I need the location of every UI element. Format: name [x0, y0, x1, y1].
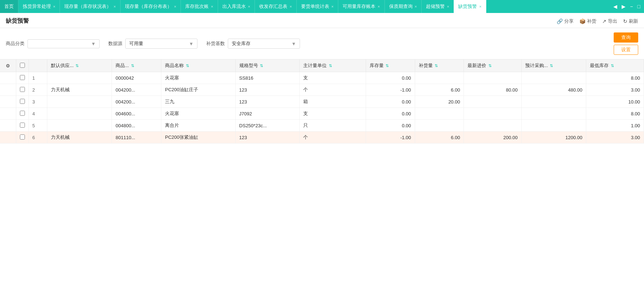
- tab-picking[interactable]: 拣货异常处理 ×: [18, 0, 60, 13]
- row-checkbox-6[interactable]: [20, 134, 25, 140]
- cell-min-stock: 8.00: [586, 108, 644, 120]
- tab-close-available[interactable]: ×: [378, 4, 380, 9]
- cell-spec: 123: [235, 84, 300, 96]
- tab-overstock[interactable]: 超储预警 ×: [422, 0, 454, 13]
- th-checkbox[interactable]: [16, 59, 29, 72]
- tab-close-overstock[interactable]: ×: [447, 4, 449, 9]
- cell-checkbox[interactable]: [16, 96, 29, 108]
- cell-spec: SS816: [235, 72, 300, 84]
- cell-latest-price: [464, 120, 522, 132]
- cell-num: 5: [29, 120, 47, 132]
- category-label: 商品分类: [6, 40, 25, 47]
- row-checkbox-4[interactable]: [20, 111, 25, 116]
- tab-close-inventory-status[interactable]: ×: [113, 4, 116, 9]
- cell-checkbox[interactable]: [16, 108, 29, 120]
- th-row-num: [29, 59, 47, 72]
- th-code[interactable]: 商品... ⇅: [112, 59, 161, 72]
- table-row: 1 0000042 火花塞 SS816 支 0.00 8.00: [0, 72, 644, 84]
- th-min-stock[interactable]: 最低库存 ⇅: [586, 59, 644, 72]
- tab-close-flow[interactable]: ×: [248, 4, 250, 9]
- category-select-arrow-icon: ▼: [91, 41, 96, 47]
- sort-name-icon: ⇅: [186, 63, 189, 68]
- datasource-select[interactable]: 可用量 ▼: [125, 39, 197, 49]
- refresh-icon: ↻: [623, 18, 627, 24]
- tab-available[interactable]: 可用量库存账本 ×: [338, 0, 384, 13]
- sort-latest-price-icon: ⇅: [488, 63, 492, 68]
- cell-checkbox[interactable]: [16, 72, 29, 84]
- tab-batch[interactable]: 库存批次账 ×: [181, 0, 218, 13]
- cell-gear: [0, 108, 16, 120]
- tab-close-picking[interactable]: ×: [53, 4, 55, 9]
- cell-name: 火花塞: [161, 72, 235, 84]
- row-checkbox-3[interactable]: [20, 99, 25, 104]
- tab-requisition[interactable]: 要货单统计表 ×: [297, 0, 338, 13]
- export-icon: ↗: [602, 18, 606, 24]
- cell-stock: 0.00: [366, 72, 415, 84]
- cell-stock: -1.00: [366, 84, 415, 96]
- tab-close-requisition[interactable]: ×: [331, 4, 334, 9]
- tab-nav-buttons: ◀ ▶ − □: [610, 0, 644, 13]
- cell-checkbox[interactable]: [16, 120, 29, 132]
- replenish-filter-group: 补货基数 安全库存 ▼: [206, 39, 300, 49]
- category-select[interactable]: ▼: [27, 39, 100, 48]
- th-unit[interactable]: 主计量单位 ⇅: [300, 59, 366, 72]
- tab-shortage[interactable]: 缺货预警 ×: [454, 0, 486, 13]
- replenish-select[interactable]: 安全库存 ▼: [228, 39, 300, 49]
- tab-expiry[interactable]: 保质期查询 ×: [385, 0, 422, 13]
- tab-maximize-button[interactable]: □: [635, 0, 643, 13]
- th-est-purchase[interactable]: 预计采购... ⇅: [522, 59, 586, 72]
- query-button[interactable]: 查询: [614, 32, 638, 43]
- cell-unit: 箱: [300, 96, 366, 108]
- settings-button[interactable]: 设置: [614, 45, 638, 55]
- row-checkbox-2[interactable]: [20, 87, 25, 92]
- tab-inventory-status[interactable]: 现存量（库存状况表） ×: [60, 0, 120, 13]
- sort-supplier-icon: ⇅: [75, 63, 79, 68]
- tab-close-shortage[interactable]: ×: [479, 4, 481, 9]
- th-name[interactable]: 商品名称 ⇅: [161, 59, 235, 72]
- cell-latest-price: 80.00: [464, 84, 522, 96]
- datasource-select-arrow-icon: ▼: [189, 41, 193, 47]
- header-actions: 🔗 分享 📦 补货 ↗ 导出 ↻ 刷新: [557, 18, 638, 25]
- refresh-button[interactable]: ↻ 刷新: [623, 18, 638, 25]
- cell-est-purchase: [522, 72, 586, 84]
- cell-num: 2: [29, 84, 47, 96]
- cell-checkbox[interactable]: [16, 132, 29, 144]
- tab-inventory-dist[interactable]: 现存量（库存分布表） ×: [121, 0, 181, 13]
- tab-home[interactable]: 首页: [0, 0, 18, 13]
- cell-checkbox[interactable]: [16, 84, 29, 96]
- cell-gear: [0, 132, 16, 144]
- cell-unit: 支: [300, 72, 366, 84]
- select-all-checkbox[interactable]: [20, 63, 25, 68]
- tab-close-batch[interactable]: ×: [211, 4, 213, 9]
- table-row: 3 004200... 三九 123 箱 0.00 20.00 10.00: [0, 96, 644, 108]
- tab-summary[interactable]: 收发存汇总表 ×: [255, 0, 296, 13]
- export-button[interactable]: ↗ 导出: [602, 18, 617, 25]
- cell-supplier: [47, 108, 112, 120]
- tab-prev-button[interactable]: ◀: [611, 0, 619, 13]
- th-latest-price[interactable]: 最新进价 ⇅: [464, 59, 522, 72]
- row-checkbox-1[interactable]: [20, 75, 25, 80]
- th-spec[interactable]: 规格型号 ⇅: [235, 59, 300, 72]
- cell-est-purchase: [522, 120, 586, 132]
- replenish-label: 补货基数: [206, 40, 225, 47]
- tab-close-summary[interactable]: ×: [290, 4, 292, 9]
- th-replenish[interactable]: 补货量 ⇅: [415, 59, 464, 72]
- cell-supplier: 力天机械: [47, 84, 112, 96]
- th-gear[interactable]: ⚙: [0, 59, 16, 72]
- replenish-button[interactable]: 📦 补货: [579, 18, 596, 25]
- gear-icon[interactable]: ⚙: [6, 63, 10, 69]
- tab-minimize-button[interactable]: −: [628, 0, 635, 13]
- table-container: ⚙ 默认供应... ⇅ 商品... ⇅ 商品名称: [0, 59, 644, 144]
- tab-close-inventory-dist[interactable]: ×: [174, 4, 176, 9]
- replenish-select-arrow-icon: ▼: [291, 41, 296, 47]
- page-container: 缺货预警 🔗 分享 📦 补货 ↗ 导出 ↻ 刷新 商品分类: [0, 13, 644, 287]
- tab-flow[interactable]: 出入库流水 ×: [218, 0, 255, 13]
- datasource-filter-group: 数据源 可用量 ▼: [108, 39, 197, 49]
- replenish-select-value: 安全库存: [232, 40, 251, 47]
- tab-next-button[interactable]: ▶: [619, 0, 628, 13]
- share-button[interactable]: 🔗 分享: [557, 18, 574, 25]
- th-supplier[interactable]: 默认供应... ⇅: [47, 59, 112, 72]
- row-checkbox-5[interactable]: [20, 123, 25, 128]
- tab-close-expiry[interactable]: ×: [415, 4, 417, 9]
- th-stock[interactable]: 库存量 ⇅: [366, 59, 415, 72]
